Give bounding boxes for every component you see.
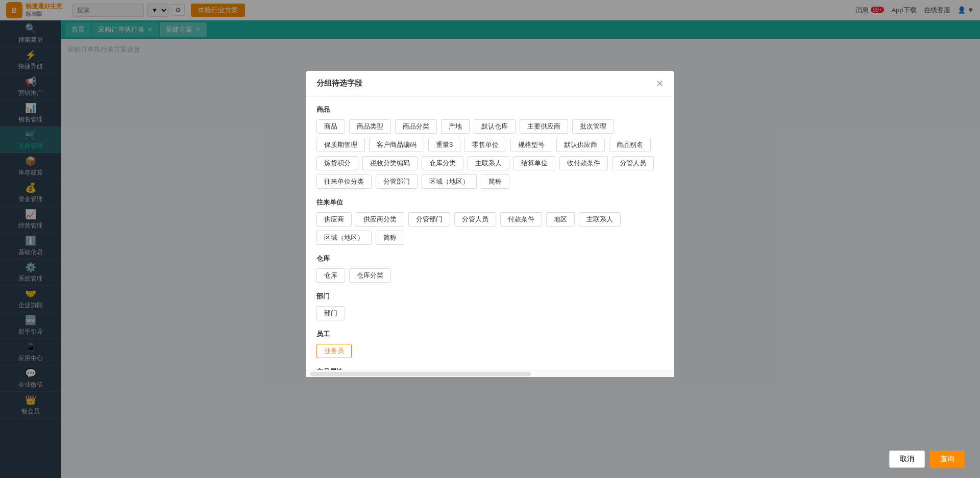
field-tag-tax-code[interactable]: 税收分类编码 — [362, 156, 418, 170]
field-tag-region[interactable]: 区域（地区） — [422, 174, 477, 189]
employee-section-label: 员工 — [316, 330, 664, 339]
field-tag-dept[interactable]: 部门 — [316, 306, 345, 320]
field-tag-area[interactable]: 地区 — [546, 212, 575, 227]
modal-title: 分组待选字段 — [316, 79, 362, 88]
field-tag-supplier[interactable]: 供应商 — [316, 212, 352, 227]
product-section-label: 商品 — [316, 105, 664, 114]
warehouse-section: 仓库 仓库 仓库分类 — [316, 254, 664, 283]
warehouse-section-label: 仓库 — [316, 254, 664, 263]
field-tag-refine-points[interactable]: 炼货积分 — [316, 156, 358, 170]
field-tag-product-category[interactable]: 商品分类 — [395, 119, 437, 134]
field-tag-product[interactable]: 商品 — [316, 119, 345, 134]
modal-body[interactable]: 商品 商品 商品类型 商品分类 产地 默认仓库 主要供应商 批次管理 保质期管理… — [306, 97, 674, 370]
field-tag-main-contact[interactable]: 主联系人 — [468, 156, 509, 170]
field-tag-person-manage[interactable]: 分管人员 — [454, 212, 496, 227]
field-tag-main-supplier[interactable]: 主要供应商 — [520, 119, 568, 134]
field-tag-payment-terms[interactable]: 收付款条件 — [559, 156, 608, 170]
modal-horizontal-scrollbar[interactable] — [306, 370, 674, 377]
product-field-tags: 商品 商品类型 商品分类 产地 默认仓库 主要供应商 批次管理 保质期管理 客户… — [316, 119, 664, 189]
modal-header: 分组待选字段 ✕ — [306, 71, 674, 97]
department-section-label: 部门 — [316, 292, 664, 301]
field-tag-expiry-mgmt[interactable]: 保质期管理 — [316, 138, 365, 152]
field-tag-batch-mgmt[interactable]: 批次管理 — [572, 119, 614, 134]
modal-close-button[interactable]: ✕ — [656, 78, 664, 89]
field-tag-settlement-unit[interactable]: 结算单位 — [513, 156, 555, 170]
field-tag-warehouse-cat[interactable]: 仓库分类 — [349, 268, 391, 283]
partner-field-tags: 供应商 供应商分类 分管部门 分管人员 付款条件 地区 主联系人 区域（地区） … — [316, 212, 664, 245]
field-tag-salesperson[interactable]: 业务员 — [316, 344, 352, 358]
cancel-button[interactable]: 取消 — [889, 450, 925, 468]
employee-section: 员工 业务员 — [316, 330, 664, 358]
field-tag-supervise-dept[interactable]: 分管部门 — [376, 174, 418, 189]
confirm-button[interactable]: 查询 — [930, 450, 965, 468]
field-tag-warehouse[interactable]: 仓库 — [316, 268, 345, 283]
warehouse-field-tags: 仓库 仓库分类 — [316, 268, 664, 283]
field-tag-retail-unit[interactable]: 零售单位 — [464, 138, 506, 152]
field-tag-weight3[interactable]: 重量3 — [428, 138, 460, 152]
field-tag-supplier-category[interactable]: 供应商分类 — [356, 212, 404, 227]
employee-field-tags: 业务员 — [316, 344, 664, 358]
field-tag-product-alias[interactable]: 商品别名 — [609, 138, 651, 152]
field-tag-product-type[interactable]: 商品类型 — [349, 119, 391, 134]
field-tag-abbr[interactable]: 简称 — [376, 231, 404, 245]
field-tag-default-warehouse[interactable]: 默认仓库 — [474, 119, 516, 134]
field-tag-dept-manage[interactable]: 分管部门 — [408, 212, 450, 227]
field-select-modal: 分组待选字段 ✕ 商品 商品 商品类型 商品分类 产地 默认仓库 主要供应商 批… — [306, 71, 674, 377]
field-tag-main-contact2[interactable]: 主联系人 — [579, 212, 621, 227]
field-tag-customer-code[interactable]: 客户商品编码 — [369, 138, 424, 152]
partner-section-label: 往来单位 — [316, 198, 664, 207]
modal-footer: 取消 查询 — [889, 450, 965, 468]
product-section: 商品 商品 商品类型 商品分类 产地 默认仓库 主要供应商 批次管理 保质期管理… — [316, 105, 664, 189]
field-tag-region2[interactable]: 区域（地区） — [316, 231, 372, 245]
department-section: 部门 部门 — [316, 292, 664, 320]
department-field-tags: 部门 — [316, 306, 664, 320]
field-tag-short-name[interactable]: 简称 — [481, 174, 509, 189]
field-tag-warehouse-category[interactable]: 仓库分类 — [422, 156, 463, 170]
field-tag-spec-model[interactable]: 规格型号 — [510, 138, 552, 152]
field-tag-default-supplier[interactable]: 默认供应商 — [556, 138, 605, 152]
field-tag-pay-terms[interactable]: 付款条件 — [500, 212, 542, 227]
partner-section: 往来单位 供应商 供应商分类 分管部门 分管人员 付款条件 地区 主联系人 区域… — [316, 198, 664, 245]
field-tag-partner-category[interactable]: 往来单位分类 — [316, 174, 372, 189]
field-tag-supervisor[interactable]: 分管人员 — [612, 156, 654, 170]
field-tag-origin[interactable]: 产地 — [441, 119, 470, 134]
